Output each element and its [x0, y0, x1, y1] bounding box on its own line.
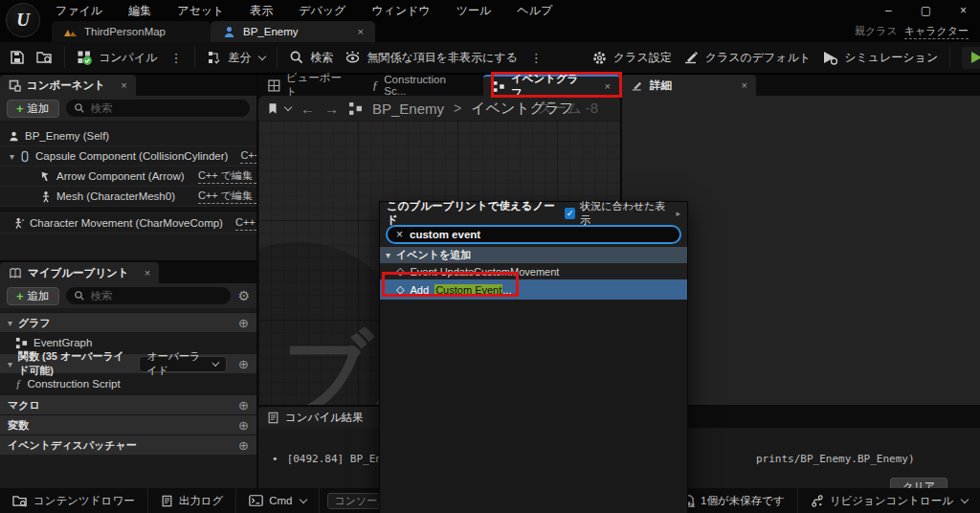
compile-button[interactable]: コンパイル — [77, 50, 157, 66]
collapse-arrow-icon[interactable]: ▾ — [8, 359, 12, 369]
section-label: マクロ — [8, 398, 40, 413]
add-macro-icon[interactable]: ⊕ — [238, 398, 249, 413]
diff-button[interactable]: 差分 — [207, 50, 265, 66]
content-drawer-button[interactable]: コンテンツドロワー — [0, 488, 148, 513]
checkbox-checked-icon[interactable]: ✓ — [565, 208, 575, 219]
close-tab-icon[interactable]: × — [605, 80, 611, 92]
back-icon[interactable]: ← — [301, 100, 315, 117]
menu-help[interactable]: ヘルプ — [517, 3, 552, 19]
edit-cpp-link[interactable]: C++ で編集 — [240, 148, 256, 164]
add-variable-icon[interactable]: ⊕ — [238, 418, 249, 433]
add-function-icon[interactable]: ⊕ — [238, 357, 249, 371]
skeletal-mesh-icon — [40, 190, 52, 203]
hide-unrelated-label: 無関係な項目を非表示にする — [367, 50, 517, 66]
simulation-button[interactable]: シミュレーション — [822, 50, 938, 66]
close-tab-icon[interactable]: × — [358, 26, 364, 37]
graph-icon — [493, 80, 505, 93]
context-sensitive-toggle[interactable]: ✓ 状況に合わせた表示 ▸ — [565, 199, 680, 228]
add-dispatcher-icon[interactable]: ⊕ — [238, 438, 249, 453]
add-graph-icon[interactable]: ⊕ — [238, 316, 249, 330]
menu-asset[interactable]: アセット — [177, 3, 224, 19]
tab-label: コンポーネント — [27, 78, 105, 93]
minimize-button[interactable]: – — [885, 4, 892, 17]
save-button[interactable] — [10, 50, 25, 65]
component-row-capsule[interactable]: ▾ Capsule Component (CollisionCylinder) … — [0, 146, 256, 167]
class-defaults-button[interactable]: クラスのデフォルト — [683, 50, 812, 66]
output-log-button[interactable]: 出力ログ — [148, 488, 237, 513]
tab-event-graph[interactable]: イベントグラフ × — [483, 75, 620, 96]
menu-edit[interactable]: 編集 — [128, 3, 151, 19]
parent-class-link[interactable]: キャラクター — [904, 24, 969, 39]
variables-section-header[interactable]: 変数 ⊕ — [0, 414, 256, 435]
component-row-self[interactable]: BP_Enemy (Self) — [0, 126, 256, 146]
class-settings-label: クラス設定 — [613, 50, 672, 66]
clear-search-icon[interactable]: × — [396, 228, 403, 241]
compile-check-icon — [77, 50, 93, 66]
functions-section-header[interactable]: ▾ 関数 (35 オーバーライド可能) オーバーライド ⊕ — [0, 353, 256, 373]
tab-my-blueprint[interactable]: マイブループリント × — [0, 262, 159, 283]
class-settings-button[interactable]: クラス設定 — [591, 50, 672, 66]
breadcrumb-root[interactable]: BP_Enemy — [372, 100, 444, 117]
menu-window[interactable]: ウィンドウ — [371, 3, 430, 19]
character-icon — [8, 130, 20, 143]
diff-label: 差分 — [228, 50, 251, 66]
menu-tools[interactable]: ツール — [457, 3, 492, 19]
output-log-icon — [161, 495, 173, 507]
add-blueprint-item-button[interactable]: + 追加 — [7, 287, 59, 305]
tab-label: Construction Sc... — [384, 74, 468, 97]
browse-button[interactable] — [36, 50, 53, 65]
viewport-icon — [268, 79, 280, 92]
graphs-section-header[interactable]: ▾ グラフ ⊕ — [0, 312, 256, 332]
menu-item-update-custom-movement[interactable]: ◇ Event UpdateCustomMovement — [380, 263, 687, 279]
collapse-arrow-icon[interactable]: ▾ — [386, 250, 390, 260]
add-event-section-header[interactable]: ▾ イベントを追加 — [380, 247, 687, 263]
edit-cpp-link[interactable]: C++ で編集 — [235, 215, 256, 231]
component-row-mesh[interactable]: Mesh (CharacterMesh0) C++ で編集 — [0, 187, 256, 207]
expand-arrow-icon[interactable]: ▾ — [10, 151, 14, 162]
close-tab-icon[interactable]: × — [145, 267, 150, 279]
close-tab-icon[interactable]: × — [121, 79, 126, 91]
macros-section-header[interactable]: マクロ ⊕ — [0, 394, 256, 414]
cmd-dropdown[interactable]: Cmd — [236, 488, 320, 513]
override-dropdown[interactable]: オーバーライド — [139, 356, 228, 372]
simulation-label: シミュレーション — [844, 50, 938, 66]
hide-unrelated-button[interactable]: 無関係な項目を非表示にする — [345, 50, 517, 66]
collapse-arrow-icon[interactable]: ▾ — [8, 318, 12, 328]
menu-debug[interactable]: デバッグ — [299, 3, 345, 19]
edit-cpp-link[interactable]: C++ で編集 — [198, 168, 256, 184]
close-window-button[interactable]: × — [960, 4, 967, 17]
tab-components[interactable]: コンポーネント × — [0, 75, 136, 96]
hide-unrelated-kebab-icon[interactable]: ⋮ — [529, 51, 544, 65]
tab-details[interactable]: 詳細 × — [622, 75, 756, 96]
bookmark-icon[interactable] — [266, 101, 279, 116]
add-component-button[interactable]: + 追加 — [7, 100, 59, 118]
tab-construction-script[interactable]: ƒ Construction Sc... — [363, 75, 479, 96]
bookmark-chevron-icon[interactable] — [284, 102, 292, 110]
panel-settings-gear-icon[interactable]: ⚙ — [237, 288, 250, 303]
section-label: グラフ — [18, 316, 51, 330]
menu-view[interactable]: 表示 — [250, 3, 273, 19]
function-icon: ƒ — [372, 78, 379, 93]
tab-compile-results[interactable]: コンパイル結果 × — [258, 407, 393, 428]
tab-thirdpersonmap[interactable]: ThirdPersonMap — [52, 21, 211, 42]
maximize-button[interactable]: ▢ — [921, 4, 931, 17]
tab-viewport[interactable]: ビューポート — [258, 75, 361, 96]
my-blueprint-search-input[interactable]: 検索 — [66, 287, 232, 304]
menu-file[interactable]: ファイル — [56, 3, 102, 19]
compile-options-kebab-icon[interactable]: ⋮ — [168, 51, 183, 65]
components-search-input[interactable]: 検索 — [66, 100, 250, 117]
menu-item-add-custom-event[interactable]: ◇ Add Custom Event... — [380, 279, 687, 300]
revision-control-button[interactable]: リビジョンコントロール — [797, 488, 980, 513]
breadcrumb-current[interactable]: イベントグラフ — [471, 100, 573, 118]
component-row-arrow[interactable]: Arrow Component (Arrow) C++ で編集 — [0, 167, 256, 187]
chevron-right-icon[interactable]: ▸ — [676, 209, 680, 218]
component-row-charmove[interactable]: Character Movement (CharMoveComp) C++ で編… — [0, 213, 256, 234]
play-icon[interactable] — [969, 50, 980, 66]
node-search-input[interactable]: × custom event — [386, 225, 681, 244]
edit-cpp-link[interactable]: C++ で編集 — [198, 189, 256, 204]
dispatchers-section-header[interactable]: イベントディスパッチャー ⊕ — [0, 435, 256, 455]
find-button[interactable]: 検索 — [289, 50, 333, 66]
forward-icon[interactable]: → — [324, 100, 339, 117]
close-tab-icon[interactable]: × — [742, 79, 747, 91]
tab-bp-enemy[interactable]: BP_Enemy × — [211, 21, 375, 42]
